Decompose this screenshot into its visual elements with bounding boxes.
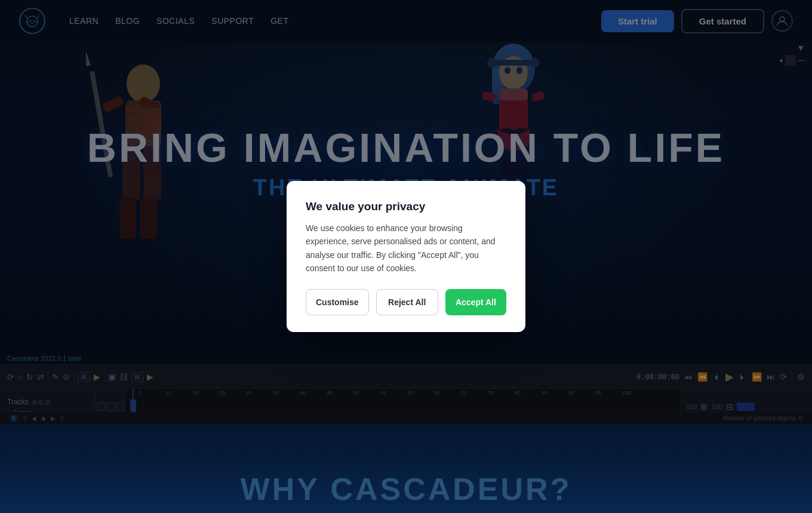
customise-button[interactable]: Customise: [306, 289, 369, 315]
cookie-title: We value your privacy: [306, 200, 506, 213]
cookie-modal-overlay: We value your privacy We use cookies to …: [0, 0, 812, 513]
cookie-buttons: Customise Reject All Accept All: [306, 289, 506, 315]
accept-all-button[interactable]: Accept All: [445, 289, 506, 315]
cookie-body: We use cookies to enhance your browsing …: [306, 222, 506, 275]
reject-all-button[interactable]: Reject All: [376, 289, 438, 315]
cookie-modal: We value your privacy We use cookies to …: [287, 181, 525, 333]
